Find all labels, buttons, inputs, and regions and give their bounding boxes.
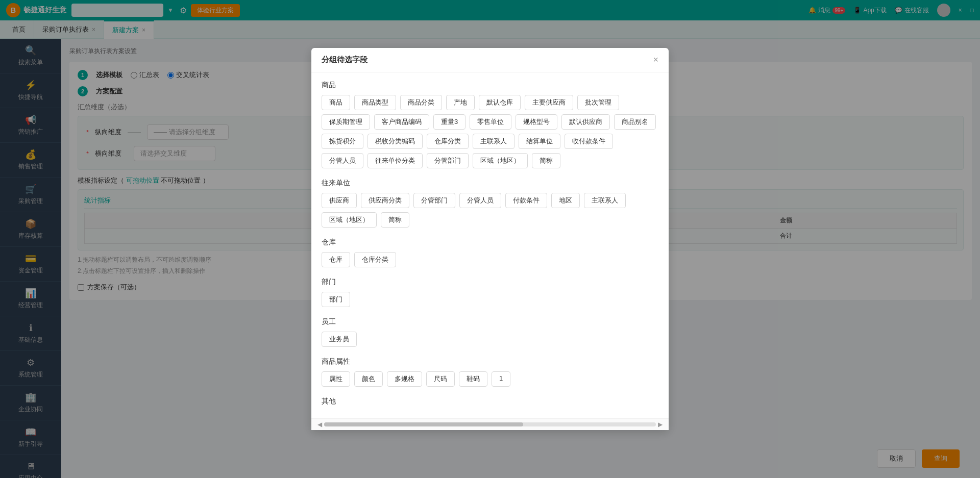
field-tag-color[interactable]: 颜色 <box>354 371 383 387</box>
field-tag-shoe-size[interactable]: 鞋码 <box>459 371 487 387</box>
partner-tags: 供应商 供应商分类 分管部门 分管人员 付款条件 地区 主联系人 区域（地区） … <box>322 193 658 228</box>
field-tag-default-warehouse[interactable]: 默认仓库 <box>479 95 521 110</box>
field-tag-payment-terms[interactable]: 收付款条件 <box>565 134 613 149</box>
field-tag-retail-unit[interactable]: 零售单位 <box>470 114 511 130</box>
field-tag-origin[interactable]: 产地 <box>446 95 475 110</box>
modal-title: 分组待选字段 <box>322 55 368 65</box>
modal-body[interactable]: 商品 商品 商品类型 商品分类 产地 默认仓库 主要供应商 批次管理 保质期管理… <box>311 72 669 419</box>
partner-section-title: 往来单位 <box>322 179 658 188</box>
field-tag-supplier[interactable]: 供应商 <box>322 193 357 208</box>
field-tag-partner-dept[interactable]: 分管部门 <box>413 193 455 208</box>
field-tag-dept[interactable]: 分管部门 <box>427 153 469 168</box>
field-tag-default-supplier[interactable]: 默认供应商 <box>561 114 610 130</box>
field-tag-main-supplier[interactable]: 主要供应商 <box>525 95 573 110</box>
field-section-partner: 往来单位 供应商 供应商分类 分管部门 分管人员 付款条件 地区 主联系人 区域… <box>322 179 658 228</box>
field-tag-region[interactable]: 区域（地区） <box>473 153 528 168</box>
field-tag-short-name[interactable]: 简称 <box>532 153 560 168</box>
field-tag-main-contact[interactable]: 主联系人 <box>473 134 514 149</box>
field-tag-tax-code[interactable]: 税收分类编码 <box>368 134 423 149</box>
field-select-modal: 分组待选字段 × 商品 商品 商品类型 商品分类 产地 默认仓库 主要供应商 批… <box>311 48 669 431</box>
field-section-employee: 员工 业务员 <box>322 317 658 347</box>
field-tag-goods-type[interactable]: 商品类型 <box>354 95 396 110</box>
field-tag-area[interactable]: 地区 <box>551 193 580 208</box>
dept-section-title: 部门 <box>322 278 658 287</box>
hscroll-thumb <box>324 422 523 426</box>
field-section-goods-attr: 商品属性 属性 颜色 多规格 尺码 鞋码 1 <box>322 357 658 387</box>
field-tag-pick-points[interactable]: 拣货积分 <box>322 134 363 149</box>
field-tag-size[interactable]: 尺码 <box>426 371 455 387</box>
goods-section-title: 商品 <box>322 81 658 90</box>
field-tag-partner-region[interactable]: 区域（地区） <box>322 212 377 228</box>
field-tag-batch-mgmt[interactable]: 批次管理 <box>577 95 619 110</box>
field-tag-goods[interactable]: 商品 <box>322 95 350 110</box>
field-tag-partner-contact[interactable]: 主联系人 <box>584 193 626 208</box>
field-tag-settlement-unit[interactable]: 结算单位 <box>519 134 560 149</box>
field-tag-warehouse-category[interactable]: 仓库分类 <box>427 134 469 149</box>
modal-close-btn[interactable]: × <box>653 55 658 64</box>
field-tag-goods-category[interactable]: 商品分类 <box>400 95 442 110</box>
goods-tags: 商品 商品类型 商品分类 产地 默认仓库 主要供应商 批次管理 保质期管理 客户… <box>322 95 658 168</box>
field-tag-spec-model[interactable]: 规格型号 <box>516 114 557 130</box>
field-section-goods: 商品 商品 商品类型 商品分类 产地 默认仓库 主要供应商 批次管理 保质期管理… <box>322 81 658 168</box>
field-tag-warehouse[interactable]: 仓库 <box>322 252 350 267</box>
field-tag-goods-alias[interactable]: 商品别名 <box>614 114 656 130</box>
field-tag-partner-category[interactable]: 往来单位分类 <box>368 153 423 168</box>
field-tag-pay-terms[interactable]: 付款条件 <box>505 193 547 208</box>
field-tag-department[interactable]: 部门 <box>322 292 350 307</box>
field-tag-multispec[interactable]: 多规格 <box>387 371 422 387</box>
hscroll-right-arrow[interactable]: ▶ <box>656 421 665 428</box>
field-tag-partner-manager[interactable]: 分管人员 <box>459 193 501 208</box>
field-section-dept: 部门 部门 <box>322 278 658 307</box>
field-tag-manager[interactable]: 分管人员 <box>322 153 363 168</box>
dept-tags: 部门 <box>322 292 658 307</box>
field-tag-expiry-mgmt[interactable]: 保质期管理 <box>322 114 370 130</box>
employee-tags: 业务员 <box>322 332 658 347</box>
field-tag-partner-short[interactable]: 简称 <box>381 212 409 228</box>
goods-attr-tags: 属性 颜色 多规格 尺码 鞋码 1 <box>322 371 658 387</box>
hscroll-bar[interactable] <box>324 422 656 426</box>
other-section-title: 其他 <box>322 397 658 406</box>
warehouse-tags: 仓库 仓库分类 <box>322 252 658 267</box>
field-section-other: 其他 <box>322 397 658 411</box>
field-tag-weight[interactable]: 重量3 <box>433 114 465 130</box>
warehouse-section-title: 仓库 <box>322 238 658 247</box>
field-tag-wh-category[interactable]: 仓库分类 <box>354 252 396 267</box>
field-tag-attribute[interactable]: 属性 <box>322 371 350 387</box>
field-section-warehouse: 仓库 仓库 仓库分类 <box>322 238 658 267</box>
employee-section-title: 员工 <box>322 317 658 326</box>
field-tag-salesperson[interactable]: 业务员 <box>322 332 357 347</box>
field-tag-attr-1[interactable]: 1 <box>492 371 510 387</box>
modal-hscroll: ◀ ▶ <box>311 418 669 430</box>
field-tag-customer-code[interactable]: 客户商品编码 <box>374 114 429 130</box>
modal-overlay: 分组待选字段 × 商品 商品 商品类型 商品分类 产地 默认仓库 主要供应商 批… <box>0 0 980 478</box>
modal-header: 分组待选字段 × <box>311 48 669 72</box>
hscroll-left-arrow[interactable]: ◀ <box>315 421 324 428</box>
goods-attr-section-title: 商品属性 <box>322 357 658 366</box>
field-tag-supplier-category[interactable]: 供应商分类 <box>361 193 409 208</box>
